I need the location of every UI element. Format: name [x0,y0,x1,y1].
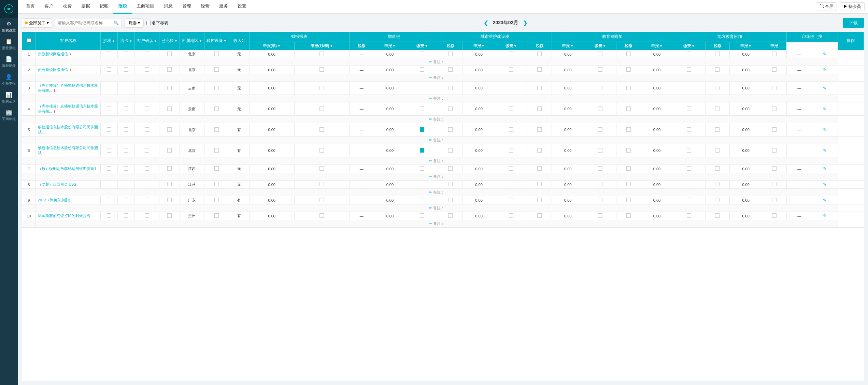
edit-icon[interactable]: ✎ [823,52,827,57]
vat-amount: — [349,144,374,157]
company-link[interactable]: 畅捷通信息技术股份有限公司民珠测试 [38,125,98,134]
city-jiaofei [527,50,552,58]
edu-shenbao [584,165,616,173]
company-link[interactable]: 勿删新锐网络通信 [38,52,68,56]
sidebar-item-baoshuijilu[interactable]: 📄 报税记录 [0,53,18,71]
nav-gongshang[interactable]: 工商项目 [132,0,159,14]
fullscreen-button[interactable]: ⛶ 全屏 [816,2,837,11]
company-link[interactable]: 测试斯赛的凭证打印的时候是否 [38,214,90,218]
stamp-jiaofei: — [786,196,812,204]
region-cell: 贵州 [180,212,204,220]
note-pencil-icon: ✏ [429,75,432,80]
edu-shenbao [584,181,616,189]
doc-icon: 📄 [5,56,12,62]
nav-jizhi[interactable]: 记账 [95,0,113,14]
th-device: 税控设备▼ [204,32,229,50]
sidebar: ⚙ 报税设置 📋 批量报税 📄 报税记录 👤 个税申报 📊 报税记录 🏢 工商年… [0,0,18,385]
edit-icon[interactable]: ✎ [823,106,827,112]
confirm-cell [135,50,159,58]
company-link[interactable]: （勿删）江西股金-LSS [38,182,76,186]
caibao-month [294,82,349,95]
edu-shenbao [584,196,616,204]
vat-jiaofei [438,66,463,74]
edit-icon[interactable]: ✎ [823,127,827,132]
nav-piaoju[interactable]: 票据 [76,0,95,14]
th-local-jiaofei: 缴费▼ [673,42,705,50]
sidebar-item-geshen[interactable]: 👤 个税申报 [0,71,18,89]
edu-taxamt: 0.00 [552,102,584,116]
local-taxamt: 0.00 [641,102,673,116]
edit-icon[interactable]: ✎ [823,182,827,187]
city-jiaofei [527,102,552,116]
company-name: 勿删新锐网络通信 ℹ [36,50,101,58]
company-link[interactable]: （原）误删勿放李艳珍测试斯赛新1 [38,167,96,171]
edu-taxamt: 0.00 [552,82,584,95]
sidebar-item-piliangshuibao[interactable]: 📋 批量报税 [0,35,18,53]
th-checkbox [22,32,36,50]
edit-icon[interactable]: ✎ [823,166,827,171]
local-taxamt: 0.00 [641,66,673,74]
nav-guanli[interactable]: 管理 [177,0,196,14]
search-input[interactable] [58,20,112,25]
vat-jiaofei [438,50,463,58]
edit-icon[interactable]: ✎ [823,86,827,91]
table-container[interactable]: 客户名称 抄税▼ 清卡▼ 客户确认▼ 已完税▼ 所属地区▼ 税控设备▼ 收入C … [22,31,864,381]
sidebar-item-huizong[interactable]: 📊 报税记录 [0,89,18,106]
nav-fuwu[interactable]: 服务 [214,0,233,14]
device-cell [204,196,229,204]
building-icon: 🏢 [5,109,12,116]
vat-shenbao [406,102,438,116]
nav-xiaoxi[interactable]: 消息 [159,0,177,14]
next-month-button[interactable]: ❯ [522,19,528,26]
company-link[interactable]: （库存核算）直播畅捷通信息技术股份有限... [38,104,98,113]
edit-icon[interactable]: ✎ [823,213,827,218]
local-taxamt: 0.00 [641,50,673,58]
confirm-cell [135,123,159,137]
city-taxamt: 0.00 [463,196,495,204]
sidebar-item-gongshang[interactable]: 🏢 工商年报 [0,106,18,124]
note-empty [22,173,36,181]
note-content: ✏ 备注： [36,204,838,212]
label-checkbox-input[interactable] [146,21,151,25]
note-empty [22,74,36,82]
company-link[interactable]: 勿删新锐网络通信 [38,68,68,72]
company-link[interactable]: （库存核算）直播畅捷通信息技术股份有限... [38,83,98,92]
note-content: ✏ 备注： [36,220,838,228]
nav-shuibao[interactable]: 报税 [113,0,132,14]
company-link[interactable]: 2013（陶美芳勿删） [38,198,72,202]
company-name: （原）误删勿放李艳珍测试斯赛新1 [36,165,101,173]
nav-jingying[interactable]: 经营 [196,0,214,14]
edu-shenbao [584,102,616,116]
table-row: 10 测试斯赛的凭证打印的时候是否 贵州 有 0.00 — 0.00 0.00 … [22,212,864,220]
th-edu-jiaofei: 缴费▼ [584,42,616,50]
nav-home[interactable]: 首页 [21,0,40,14]
city-shenbao [495,50,527,58]
caibao-year: 0.00 [249,102,294,116]
nav-shoufei[interactable]: 收费 [58,0,76,14]
filter-button[interactable]: 筛选 ▾ [125,18,144,28]
table-row: 4 （库存核算）直播畅捷通信息技术股份有限... ℹ 云南 无 0.00 — 0… [22,102,864,116]
declared-cell [159,144,180,157]
chaoshui-cell [101,102,118,116]
member-button[interactable]: ▶ 畅会员 [840,2,865,11]
select-all-checkbox[interactable] [27,38,31,43]
action-cell: ✎ [812,165,838,173]
caibao-month [294,144,349,157]
employee-filter-select[interactable]: 全部员工 ▾ [22,18,52,28]
row-number: 1 [22,50,36,58]
company-link[interactable]: 畅捷通信息技术股份有限公司民珠测试 [38,146,98,155]
sidebar-item-baoshuishezhi[interactable]: ⚙ 报税设置 [0,18,18,35]
edit-icon[interactable]: ✎ [823,198,827,203]
edit-icon[interactable]: ✎ [823,148,827,153]
caibao-month [294,123,349,137]
note-pencil-icon: ✏ [429,222,432,226]
vat-taxamt: 0.00 [374,102,406,116]
prev-month-button[interactable]: ❮ [483,19,489,26]
download-button[interactable]: 下载 [843,18,864,28]
nav-customer[interactable]: 客户 [40,0,58,14]
city-jiaofei [527,82,552,95]
local-taxamt: 0.00 [641,123,673,137]
qingka-cell [118,212,135,220]
nav-shezhi[interactable]: 设置 [233,0,251,14]
edit-icon[interactable]: ✎ [823,67,827,72]
